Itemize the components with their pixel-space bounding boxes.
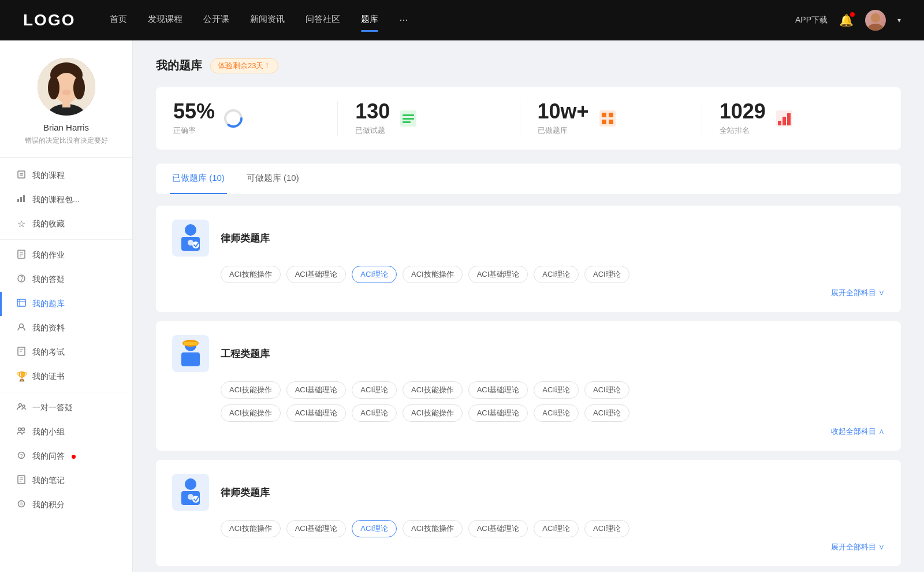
stats-card: 55% 正确率 130 已做试题 [156,87,901,150]
sidebar-item-exam[interactable]: 我的考试 [0,340,132,365]
svg-rect-54 [778,121,781,125]
user-avatar[interactable] [865,10,886,31]
svg-point-43 [228,113,239,124]
profile-icon [16,322,27,334]
qbank-tag-1-r2-4[interactable]: ACI基础理论 [468,404,528,422]
sidebar-label-myqa: 我的问答 [32,451,65,462]
qbank-tag-0-4[interactable]: ACI基础理论 [468,266,528,283]
user-dropdown-arrow[interactable]: ▾ [897,16,901,24]
notes-icon [16,475,27,486]
sidebar-item-homework[interactable]: 我的作业 [0,243,132,268]
sidebar-label-answers: 我的答疑 [32,274,65,285]
svg-point-31 [18,428,21,431]
stat-accuracy-value: 55% [173,101,215,122]
qbank-tag-1-4[interactable]: ACI基础理论 [468,381,528,399]
qbank-tag-2-6[interactable]: ACI理论 [584,520,629,537]
nav-right: APP下载 🔔 ▾ [795,10,901,31]
sidebar-item-profile[interactable]: 我的资料 [0,316,132,340]
profile-avatar[interactable] [38,58,95,116]
stat-rank-label: 全站排名 [720,125,766,136]
sidebar-profile: Brian Harris 错误的决定比没有决定要好 [0,58,132,158]
svg-rect-46 [403,118,414,120]
qbank-icon [16,298,27,310]
qbank-tag-2-1[interactable]: ACI基础理论 [286,520,346,537]
sidebar-item-notes[interactable]: 我的笔记 [0,469,132,493]
sidebar-item-coursepackage[interactable]: 我的课程包... [0,188,132,212]
svg-point-5 [48,76,59,99]
qbank-expand-2[interactable]: 展开全部科目 ∨ [172,542,885,552]
profile-name: Brian Harris [43,122,89,132]
qbank-tag-2-4[interactable]: ACI基础理论 [468,520,528,537]
nav-qa[interactable]: 问答社区 [305,14,340,27]
sidebar: Brian Harris 错误的决定比没有决定要好 我的课程 我的课程包... … [0,40,133,572]
stat-accuracy-label: 正确率 [173,125,215,136]
qbank-tag-2-3[interactable]: ACI技能操作 [403,520,463,537]
qbank-tag-2-2[interactable]: ACI理论 [352,520,397,537]
sidebar-label-1on1: 一对一答疑 [32,403,73,413]
svg-rect-48 [599,110,616,127]
qbank-tag-1-r2-0[interactable]: ACI技能操作 [221,404,281,422]
svg-rect-10 [18,171,25,178]
svg-point-65 [185,478,196,490]
sidebar-item-answers[interactable]: ? 我的答疑 [0,268,132,292]
qbank-tag-0-0[interactable]: ACI技能操作 [221,266,281,283]
qbank-tag-1-r2-3[interactable]: ACI技能操作 [403,404,463,422]
qbank-tag-2-0[interactable]: ACI技能操作 [221,520,281,537]
sidebar-item-1on1[interactable]: 一对一答疑 [0,396,132,420]
notification-bell[interactable]: 🔔 [839,13,854,27]
sidebar-item-certificate[interactable]: 🏆 我的证书 [0,365,132,388]
sidebar-item-myqa[interactable]: ? 我的问答 [0,444,132,469]
qbank-tag-1-0[interactable]: ACI技能操作 [221,381,281,399]
qbank-tag-2-5[interactable]: ACI理论 [534,520,579,537]
qbank-tag-1-2[interactable]: ACI理论 [352,381,397,399]
qbank-tag-0-2[interactable]: ACI理论 [352,266,397,283]
qbank-expand-1[interactable]: 收起全部科目 ∧ [172,426,885,437]
myqa-dot [72,455,76,459]
svg-point-40 [20,502,23,506]
nav-news[interactable]: 新闻资讯 [250,14,285,27]
stat-banks-value: 10w+ [538,101,589,122]
tab-available[interactable]: 可做题库 (10) [244,164,301,194]
qbank-card-1: 工程类题库 ACI技能操作 ACI基础理论 ACI理论 ACI技能操作 ACI基… [156,321,901,451]
qbank-tag-0-6[interactable]: ACI理论 [584,266,629,283]
nav-discover[interactable]: 发现课程 [148,14,182,27]
answers-icon: ? [16,274,27,285]
qbank-tag-1-1[interactable]: ACI基础理论 [286,381,346,399]
nav-more[interactable]: ··· [399,14,408,27]
notification-dot [850,12,855,17]
qbank-expand-0[interactable]: 展开全部科目 ∨ [172,288,885,298]
svg-text:?: ? [20,276,24,282]
sidebar-item-favorites[interactable]: ☆ 我的收藏 [0,212,132,236]
nav-qbank[interactable]: 题库 [361,14,378,27]
exam-icon [16,347,27,358]
favorites-icon: ☆ [16,218,27,229]
svg-rect-15 [23,195,25,202]
nav-links: 首页 发现课程 公开课 新闻资讯 问答社区 题库 ··· [110,14,795,27]
tab-done[interactable]: 已做题库 (10) [170,164,227,194]
app-download-link[interactable]: APP下载 [795,15,828,25]
logo[interactable]: LOGO [23,11,75,29]
qbank-tag-1-3[interactable]: ACI技能操作 [403,381,463,399]
qbank-tag-0-5[interactable]: ACI理论 [534,266,579,283]
qbank-tag-1-r2-2[interactable]: ACI理论 [352,404,397,422]
1on1-icon [16,402,27,414]
qbank-tag-0-3[interactable]: ACI技能操作 [403,266,463,283]
sidebar-item-courses[interactable]: 我的课程 [0,164,132,188]
stat-done-value: 130 [355,101,390,122]
qbank-tag-0-1[interactable]: ACI基础理论 [286,266,346,283]
qbank-tag-1-5[interactable]: ACI理论 [534,381,579,399]
svg-rect-55 [783,117,786,125]
svg-rect-62 [181,352,200,366]
qbank-tag-1-r2-5[interactable]: ACI理论 [534,404,579,422]
nav-opencourse[interactable]: 公开课 [203,14,229,27]
qbank-tags-1-row2: ACI技能操作 ACI基础理论 ACI理论 ACI技能操作 ACI基础理论 AC… [221,404,885,422]
bar-chart-icon [774,108,795,129]
sidebar-item-group[interactable]: 我的小组 [0,420,132,444]
sidebar-item-points[interactable]: 我的积分 [0,493,132,517]
qbank-tag-1-6[interactable]: ACI理论 [584,381,629,399]
sidebar-item-qbank[interactable]: 我的题库 [0,292,132,316]
nav-home[interactable]: 首页 [110,14,127,27]
myqa-icon: ? [16,451,27,462]
qbank-tag-1-r2-1[interactable]: ACI基础理论 [286,404,346,422]
qbank-tag-1-r2-6[interactable]: ACI理论 [584,404,629,422]
